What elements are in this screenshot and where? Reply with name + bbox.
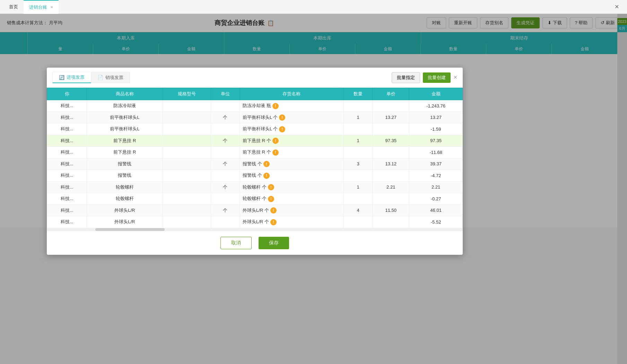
horizontal-scrollbar[interactable]	[47, 228, 463, 231]
table-row[interactable]: 科技...外球头L/R个外球头L/R 个!411.5046.01	[47, 205, 463, 216]
cell-spec	[163, 158, 211, 170]
cell-company: 科技...	[47, 205, 87, 216]
cell-amount: 97.35	[409, 135, 463, 147]
scrollbar-thumb[interactable]	[95, 228, 165, 231]
table-row[interactable]: 科技...前平衡杆球头L个前平衡杆球头L 个!113.2713.27	[47, 112, 463, 123]
cancel-button[interactable]: 取消	[220, 237, 252, 249]
cell-spec	[163, 100, 211, 112]
table-row[interactable]: 科技...报警线个报警线 个!313.1239.37	[47, 158, 463, 170]
cell-amount: -11.68	[409, 147, 463, 158]
col-header-company: 你	[47, 88, 87, 100]
col-header-product: 商品名称	[87, 88, 163, 100]
warning-icon[interactable]: !	[270, 207, 277, 214]
warning-icon[interactable]: !	[279, 126, 285, 132]
col-header-unit: 单位	[211, 88, 240, 100]
cell-amount: 13.27	[409, 112, 463, 123]
sales-tab-icon: 📄	[98, 75, 103, 80]
cell-spec	[163, 170, 211, 182]
modal-header-right: 批量指定 批量创建 ×	[392, 72, 457, 83]
inventory-text: 报警线 个	[243, 173, 262, 178]
window-close-button[interactable]: ✕	[610, 0, 624, 14]
cell-amount: 46.01	[409, 205, 463, 216]
cell-product: 轮毂螺杆	[87, 181, 163, 193]
batch-create-button[interactable]: 批量创建	[423, 72, 451, 83]
cell-price: 2.21	[373, 181, 409, 193]
warning-icon[interactable]: !	[272, 103, 279, 109]
table-row[interactable]: 科技...前下悬挂 R前下悬挂 R 个!-11.68	[47, 147, 463, 158]
table-row[interactable]: 科技...报警线报警线 个!-4.72	[47, 170, 463, 182]
warning-icon[interactable]: !	[272, 138, 279, 144]
cell-inventory: 轮毂螺杆 个!	[240, 181, 343, 193]
cell-amount: -5.52	[409, 216, 463, 228]
cell-unit	[211, 100, 240, 112]
col-header-amount: 金额	[409, 88, 463, 100]
cell-qty	[343, 123, 372, 135]
cell-inventory: 轮毂螺杆 个!	[240, 193, 343, 205]
warning-icon[interactable]: !	[263, 173, 270, 179]
cell-price: 13.12	[373, 158, 409, 170]
cell-price	[373, 193, 409, 205]
modal-close-button[interactable]: ×	[453, 74, 457, 81]
col-header-qty: 数量	[343, 88, 372, 100]
inventory-text: 外球头L/R 个	[243, 219, 269, 224]
inventory-text: 前平衡杆球头L 个	[243, 126, 278, 131]
cell-company: 科技...	[47, 147, 87, 158]
cell-company: 科技...	[47, 216, 87, 228]
warning-icon[interactable]: !	[263, 161, 270, 167]
table-row[interactable]: 科技...前下悬挂 R个前下悬挂 R 个!197.3597.35	[47, 135, 463, 147]
cell-product: 前下悬挂 R	[87, 135, 163, 147]
table-row[interactable]: 科技...轮毂螺杆个轮毂螺杆 个!12.212.21	[47, 181, 463, 193]
cell-spec	[163, 193, 211, 205]
cell-inventory: 前下悬挂 R 个!	[240, 135, 343, 147]
cell-company: 科技...	[47, 193, 87, 205]
active-tab-label: 进销台账	[29, 0, 47, 14]
batch-assign-button[interactable]: 批量指定	[392, 72, 420, 83]
cell-inventory: 外球头L/R 个!	[240, 216, 343, 228]
modal-footer: 取消 保存	[47, 231, 463, 255]
cell-company: 科技...	[47, 170, 87, 182]
col-header-spec: 规格型号	[163, 88, 211, 100]
modal-tabs: 🔄 进项发票 📄 销项发票	[52, 72, 130, 83]
cell-product: 报警线	[87, 158, 163, 170]
cell-qty	[343, 193, 372, 205]
cell-qty: 4	[343, 205, 372, 216]
modal-header: 🔄 进项发票 📄 销项发票 批量指定 批量创建 ×	[47, 68, 463, 88]
tab-purchase-invoice[interactable]: 🔄 进项发票	[52, 72, 91, 83]
save-button[interactable]: 保存	[259, 237, 289, 249]
cell-inventory: 报警线 个!	[240, 170, 343, 182]
cell-inventory: 前下悬挂 R 个!	[240, 147, 343, 158]
cell-product: 防冻冷却液	[87, 100, 163, 112]
cell-company: 科技...	[47, 123, 87, 135]
cell-product: 前下悬挂 R	[87, 147, 163, 158]
warning-icon[interactable]: !	[268, 196, 274, 202]
table-row[interactable]: 科技...前平衡杆球头L前平衡杆球头L 个!-1.59	[47, 123, 463, 135]
inventory-text: 前下悬挂 R 个	[243, 138, 271, 143]
cell-company: 科技...	[47, 181, 87, 193]
table-row[interactable]: 科技...防冻冷却液防冻冷却液 瓶!-1,243.76	[47, 100, 463, 112]
tab-close-icon[interactable]: ×	[51, 0, 53, 14]
cell-price	[373, 100, 409, 112]
tab-sales-invoice[interactable]: 📄 销项发票	[91, 72, 130, 83]
modal-table-wrapper[interactable]: 你 商品名称 规格型号 单位 存货名称 数量 单价 金额 科技...防冻冷却液防…	[47, 88, 463, 228]
tab-active[interactable]: 进销台账 ×	[24, 0, 59, 14]
warning-icon[interactable]: !	[272, 149, 279, 156]
inventory-text: 防冻冷却液 瓶	[243, 103, 271, 108]
inventory-text: 轮毂螺杆 个	[243, 196, 267, 201]
cell-unit	[211, 216, 240, 228]
sales-tab-label: 销项发票	[105, 75, 123, 81]
tab-home[interactable]: 首页	[3, 0, 24, 14]
table-row[interactable]: 科技...轮毂螺杆轮毂螺杆 个!-0.27	[47, 193, 463, 205]
cell-spec	[163, 123, 211, 135]
cell-inventory: 外球头L/R 个!	[240, 205, 343, 216]
cell-amount: -1,243.76	[409, 100, 463, 112]
warning-icon[interactable]: !	[268, 184, 274, 190]
warning-icon[interactable]: !	[270, 219, 277, 225]
warning-icon[interactable]: !	[279, 114, 285, 121]
inventory-text: 前下悬挂 R 个	[243, 149, 271, 155]
cell-unit	[211, 147, 240, 158]
cell-spec	[163, 205, 211, 216]
table-row[interactable]: 科技...外球头L/R外球头L/R 个!-5.52	[47, 216, 463, 228]
cell-unit: 个	[211, 158, 240, 170]
cell-price: 11.50	[373, 205, 409, 216]
cell-product: 前平衡杆球头L	[87, 123, 163, 135]
